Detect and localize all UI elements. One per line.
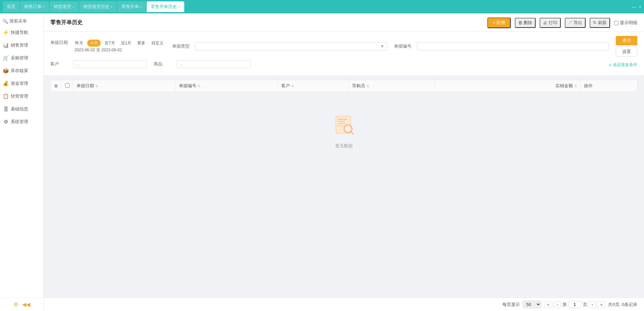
sidebar-item-purchase[interactable]: 🛒采购管理	[0, 52, 43, 64]
empty-text: 暂无数据	[335, 143, 353, 149]
next-page-button[interactable]: ›	[589, 301, 596, 308]
doc-number-label: 单据编号	[394, 43, 414, 49]
sidebar-item-quick-nav[interactable]: ⚡快捷导航	[0, 26, 43, 39]
sort-amount-icon: ⇅	[574, 84, 577, 88]
th-date[interactable]: 单据日期 ⇅	[73, 80, 176, 92]
doc-type-group: 单据类型 ▼	[172, 42, 387, 50]
product-select[interactable]: ...	[177, 60, 250, 68]
customer-select[interactable]: ...	[73, 60, 147, 68]
refresh-button[interactable]: ↻ 刷新	[590, 18, 610, 28]
sidebar-item-finance[interactable]: 💰资金管理	[0, 77, 43, 90]
query-button[interactable]: 查询	[616, 36, 637, 45]
sidebar-search[interactable]: 🔍 搜索采单	[0, 16, 43, 26]
svg-rect-1	[338, 119, 347, 120]
th-amount[interactable]: 实销金额 ⇅	[435, 80, 580, 92]
tab-sales-return[interactable]: 销货退货×	[50, 1, 79, 12]
sidebar-icon-finance: 💰	[3, 81, 9, 87]
tab-close-sales-return-history[interactable]: ×	[111, 5, 113, 9]
last-page-button[interactable]: »	[597, 301, 606, 308]
tab-close-sales-return[interactable]: ×	[72, 5, 75, 9]
tab-close-sales-order[interactable]: ×	[43, 5, 45, 9]
th-customer[interactable]: 客户 ⇅	[278, 80, 348, 92]
th-guide-label: 导购员	[352, 83, 365, 88]
select-all-checkbox[interactable]	[65, 83, 69, 88]
sidebar-icon-quick-nav: ⚡	[3, 30, 9, 36]
add-button[interactable]: + 新增	[487, 17, 510, 28]
date-opt-custom[interactable]: 自定义	[149, 40, 165, 47]
column-settings-icon[interactable]: ⚙	[54, 84, 58, 89]
action-buttons: 查询 设置	[616, 36, 637, 57]
page-label-suffix: 页	[583, 302, 587, 308]
page-size-label: 每页显示	[502, 302, 520, 308]
tab-close-retail-open[interactable]: ×	[140, 5, 142, 9]
doc-type-label: 单据类型	[172, 43, 192, 49]
tab-retail-history[interactable]: 零售开单历史×	[147, 1, 184, 12]
delete-button[interactable]: 🗑 删除	[515, 18, 536, 28]
collapse-sidebar-icon[interactable]: ◀◀	[22, 301, 30, 308]
customer-value: ...	[76, 62, 144, 66]
settings-gear-icon[interactable]: ⚙	[13, 301, 18, 308]
doc-number-group: 单据编号	[394, 42, 609, 50]
doc-number-input[interactable]	[417, 42, 609, 50]
collapse-button[interactable]: ∧ 收起更多条件	[609, 62, 637, 68]
tab-close-retail-history[interactable]: ×	[178, 5, 180, 9]
sidebar-item-system[interactable]: ⚙系统管理	[0, 115, 43, 128]
th-customer-label: 客户	[281, 83, 290, 88]
date-options-row: 昨天 今天 近7天 近1月 更多 自定义	[73, 40, 165, 47]
chevron-down-icon: ▼	[380, 44, 384, 49]
sort-guide-icon: ⇅	[366, 84, 369, 88]
page-number-input[interactable]	[568, 301, 582, 308]
display-detail-label: 显示明细	[620, 20, 637, 26]
main-layout: 🔍 搜索采单 ⚡快捷导航📊销售管理🛒采购管理📦库存核算💰资金管理📋经营管理🗄基础…	[0, 13, 644, 311]
date-opt-7days[interactable]: 近7天	[103, 40, 117, 47]
sidebar-search-label: 搜索采单	[9, 18, 27, 24]
date-options-wrap: 昨天 今天 近7天 近1月 更多 自定义 2023-06-02 至 2023-0…	[73, 40, 165, 53]
date-opt-today[interactable]: 今天	[87, 40, 101, 47]
sidebar-item-base-info[interactable]: 🗄基础信息	[0, 103, 43, 115]
tab-retail-open[interactable]: 零售开单×	[117, 1, 146, 12]
date-opt-yesterday[interactable]: 昨天	[73, 40, 85, 47]
export-button[interactable]: ↗ 导出	[565, 18, 586, 28]
minimize-button[interactable]: —	[632, 4, 636, 9]
sidebar-item-operation[interactable]: 📋经营管理	[0, 90, 43, 103]
pagination-bar: 每页显示 50 10 20 100 « ‹ 第 页 › » 共0页, 0条记录	[44, 298, 644, 311]
date-opt-1month[interactable]: 近1月	[119, 40, 134, 47]
settings-button[interactable]: 设置	[616, 47, 637, 57]
page-size-select[interactable]: 50 10 20 100	[523, 301, 541, 308]
doc-type-select[interactable]: ▼	[195, 42, 387, 50]
sidebar: 🔍 搜索采单 ⚡快捷导航📊销售管理🛒采购管理📦库存核算💰资金管理📋经营管理🗄基础…	[0, 13, 44, 311]
svg-rect-3	[338, 123, 346, 124]
th-checkbox	[62, 80, 73, 92]
th-number[interactable]: 单据编号 ⇅	[175, 80, 278, 92]
data-table: ⚙ 单据日期 ⇅ 单据编号 ⇅	[50, 80, 637, 92]
product-label: 商品	[154, 61, 174, 67]
product-group: 商品 ...	[154, 60, 250, 68]
sort-date-icon: ⇅	[95, 84, 98, 88]
print-button[interactable]: 🖨 打印	[540, 18, 561, 28]
display-detail-toggle[interactable]: 显示明细	[614, 20, 637, 26]
empty-state: 暂无数据	[50, 92, 637, 169]
first-page-button[interactable]: «	[544, 301, 552, 308]
svg-point-6	[345, 126, 351, 132]
th-guide[interactable]: 导购员 ⇅	[349, 80, 435, 92]
content-area: 零售开单历史 + 新增 🗑 删除 🖨 打印 ↗ 导出 ↻ 刷新 显示明细 单据日…	[44, 13, 644, 311]
prev-page-button[interactable]: ‹	[554, 301, 561, 308]
th-settings[interactable]: ⚙	[51, 80, 62, 92]
date-opt-more[interactable]: 更多	[135, 40, 147, 47]
page-label-prefix: 第	[562, 302, 567, 308]
sidebar-item-inventory[interactable]: 📦库存核算	[0, 64, 43, 77]
date-filter-group: 单据日期 昨天 今天 近7天 近1月 更多 自定义 2023-06-02 至 2…	[50, 40, 165, 53]
display-detail-checkbox[interactable]	[614, 21, 618, 25]
sidebar-label-inventory: 库存核算	[11, 68, 28, 74]
tab-home[interactable]: 首页	[3, 1, 19, 12]
th-number-label: 单据编号	[179, 83, 196, 88]
tab-list: 首页销售订单×销货退货×销货退货历史×零售开单×零售开单历史×	[3, 1, 184, 12]
tab-sales-order[interactable]: 销售订单×	[20, 1, 49, 12]
filter-row-2: 客户 ... 商品 ... ∧ 收起更多条件	[50, 60, 637, 68]
th-date-label: 单据日期	[77, 83, 94, 88]
close-button[interactable]: ×	[639, 4, 641, 9]
sidebar-item-sales[interactable]: 📊销售管理	[0, 39, 43, 52]
tab-sales-return-history[interactable]: 销货退货历史×	[79, 1, 117, 12]
sidebar-label-base-info: 基础信息	[11, 106, 28, 112]
table-area: ⚙ 单据日期 ⇅ 单据编号 ⇅	[44, 76, 644, 298]
